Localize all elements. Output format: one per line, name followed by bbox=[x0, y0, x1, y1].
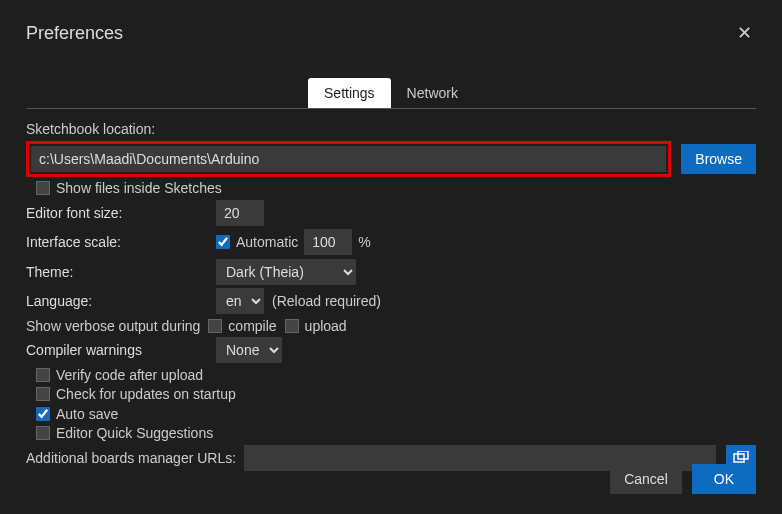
quicksugg-label: Editor Quick Suggestions bbox=[56, 425, 213, 441]
theme-select[interactable]: Dark (Theia) bbox=[216, 259, 356, 285]
sketchbook-path-input[interactable] bbox=[31, 146, 666, 172]
compile-checkbox[interactable] bbox=[208, 319, 222, 333]
interface-scale-label: Interface scale: bbox=[26, 234, 216, 250]
quicksugg-checkbox[interactable] bbox=[36, 426, 50, 440]
svg-rect-0 bbox=[734, 454, 744, 462]
updates-label: Check for updates on startup bbox=[56, 386, 236, 402]
font-size-input[interactable] bbox=[216, 200, 264, 226]
tabs: Settings Network bbox=[26, 78, 756, 109]
language-label: Language: bbox=[26, 293, 216, 309]
reload-required-label: (Reload required) bbox=[272, 293, 381, 309]
upload-checkbox[interactable] bbox=[285, 319, 299, 333]
ok-button[interactable]: OK bbox=[692, 464, 756, 494]
font-size-label: Editor font size: bbox=[26, 205, 216, 221]
automatic-scale-checkbox[interactable] bbox=[216, 235, 230, 249]
automatic-scale-label: Automatic bbox=[236, 234, 298, 250]
show-files-label: Show files inside Sketches bbox=[56, 180, 222, 196]
compile-label: compile bbox=[228, 318, 276, 334]
cancel-button[interactable]: Cancel bbox=[610, 464, 682, 494]
verify-label: Verify code after upload bbox=[56, 367, 203, 383]
verify-checkbox[interactable] bbox=[36, 368, 50, 382]
urls-label: Additional boards manager URLs: bbox=[26, 450, 236, 466]
highlight-annotation bbox=[26, 141, 671, 177]
scale-unit: % bbox=[358, 234, 370, 250]
scale-input[interactable] bbox=[304, 229, 352, 255]
dialog-title: Preferences bbox=[26, 23, 123, 44]
autosave-checkbox[interactable] bbox=[36, 407, 50, 421]
svg-rect-1 bbox=[738, 451, 748, 459]
compiler-warnings-label: Compiler warnings bbox=[26, 342, 216, 358]
theme-label: Theme: bbox=[26, 264, 216, 280]
language-select[interactable]: en bbox=[216, 288, 264, 314]
autosave-label: Auto save bbox=[56, 406, 118, 422]
updates-checkbox[interactable] bbox=[36, 387, 50, 401]
tab-settings[interactable]: Settings bbox=[308, 78, 391, 108]
close-icon[interactable]: ✕ bbox=[733, 18, 756, 48]
verbose-label: Show verbose output during bbox=[26, 318, 200, 334]
sketchbook-location-label: Sketchbook location: bbox=[26, 121, 155, 137]
browse-button[interactable]: Browse bbox=[681, 144, 756, 174]
show-files-checkbox[interactable] bbox=[36, 181, 50, 195]
upload-label: upload bbox=[305, 318, 347, 334]
compiler-warnings-select[interactable]: None bbox=[216, 337, 282, 363]
tab-network[interactable]: Network bbox=[391, 78, 474, 108]
